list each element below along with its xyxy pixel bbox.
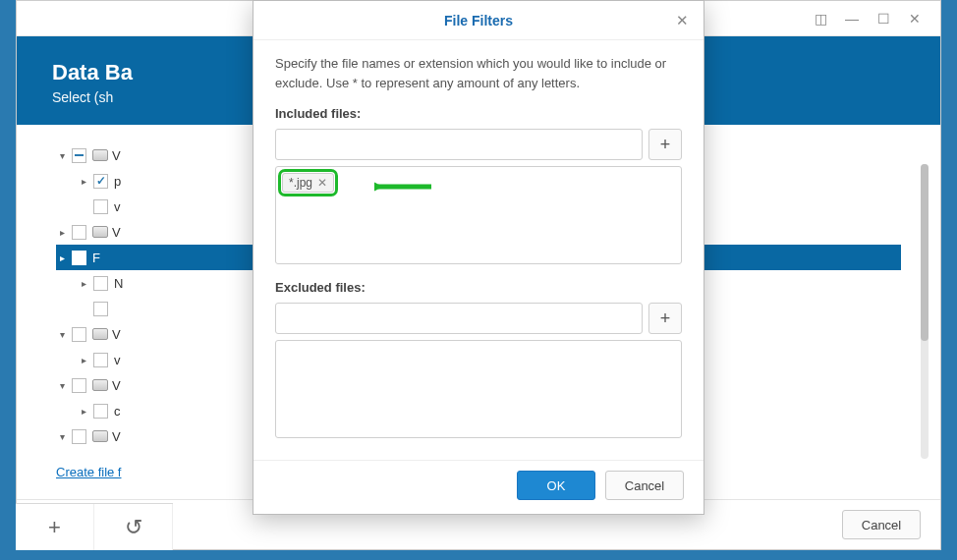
add-excluded-button[interactable]: + <box>648 303 682 334</box>
highlight-arrow-annotation <box>374 179 443 202</box>
excluded-input-row: + <box>275 303 682 334</box>
dialog-title: File Filters <box>444 13 513 28</box>
cancel-dialog-button[interactable]: Cancel <box>605 471 684 500</box>
included-files-label: Included files: <box>275 106 682 121</box>
file-filters-dialog: File Filters ✕ Specify the file names or… <box>253 0 704 515</box>
included-files-input[interactable] <box>275 129 643 160</box>
dialog-close-button[interactable]: ✕ <box>670 9 694 32</box>
dialog-body: Specify the file names or extension whic… <box>253 40 704 460</box>
dialog-footer: OK Cancel <box>253 460 704 514</box>
included-input-row: + <box>275 129 682 160</box>
ok-button[interactable]: OK <box>517 471 595 500</box>
excluded-files-label: Excluded files: <box>275 280 682 295</box>
modal-backdrop: File Filters ✕ Specify the file names or… <box>0 0 957 560</box>
add-included-button[interactable]: + <box>648 129 682 160</box>
included-tags-box[interactable]: *.jpg ✕ <box>275 166 682 264</box>
tag-remove-icon[interactable]: ✕ <box>317 176 327 190</box>
excluded-files-input[interactable] <box>275 303 643 334</box>
dialog-description: Specify the file names or extension whic… <box>275 54 682 92</box>
included-tag[interactable]: *.jpg ✕ <box>282 173 334 193</box>
dialog-header: File Filters ✕ <box>253 1 704 40</box>
tag-text: *.jpg <box>289 176 312 190</box>
excluded-tags-box[interactable] <box>275 340 682 438</box>
